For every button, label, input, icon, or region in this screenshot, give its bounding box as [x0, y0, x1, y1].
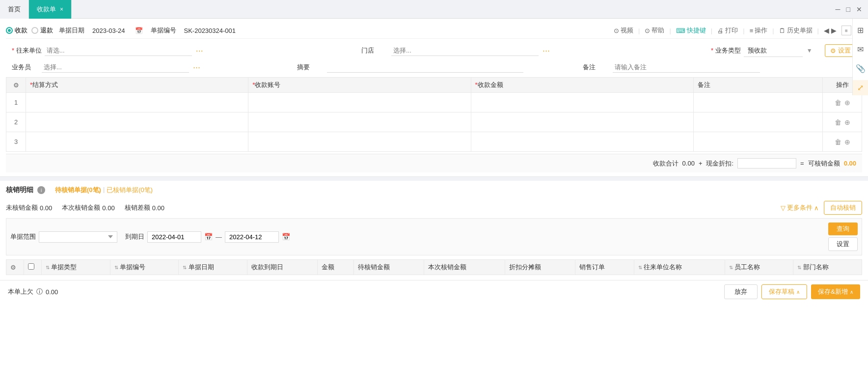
staff-more-btn[interactable]: ···: [193, 62, 200, 73]
mail-sidebar-icon[interactable]: ✉: [857, 42, 864, 57]
doc-label: 单据编号: [151, 26, 176, 35]
detail-table: ⚙ ⇅ 单据类型 ⇅ 单据编号: [6, 259, 862, 275]
delete-row-2-icon[interactable]: 🗑: [835, 118, 841, 126]
discount-input[interactable]: [737, 158, 796, 168]
from-calendar-icon[interactable]: 📅: [204, 233, 213, 241]
account-cell-2[interactable]: [248, 112, 471, 132]
counterpart-label: 往来单位: [12, 46, 42, 55]
refund-radio[interactable]: 退款: [31, 26, 53, 35]
receipt-type-radio: 收款 退款: [6, 26, 53, 35]
due-date-from[interactable]: [147, 231, 201, 243]
query-button[interactable]: 查询: [828, 223, 858, 235]
table-row: 2 🗑 ⊕: [6, 112, 862, 132]
diff-label: 核销差额: [125, 203, 150, 212]
amount-cell-3[interactable]: [471, 132, 693, 152]
col-counterpart: ⇅ 往来单位名称: [634, 260, 725, 275]
next-nav-btn[interactable]: ▶: [831, 27, 837, 34]
counterpart-input[interactable]: [45, 45, 192, 56]
range-select[interactable]: [39, 231, 117, 243]
form-row-2: 业务员 ··· 摘要 备注: [12, 59, 856, 75]
help-icon: ⊙: [645, 27, 650, 34]
receipt-table: ⚙ *结算方式 *收款账号 *收款金额 备注: [6, 77, 862, 152]
expand-sidebar-icon[interactable]: ⤢: [853, 80, 868, 95]
receipt-radio-dot: [6, 27, 13, 34]
help-btn[interactable]: ⊙ 帮助: [645, 26, 664, 35]
store-input[interactable]: [391, 45, 539, 56]
copy-row-2-icon[interactable]: ⊕: [844, 118, 850, 126]
counterpart-more-btn[interactable]: ···: [196, 46, 203, 56]
right-sidebar: ⊞ ✉ 📎 ⤢: [852, 19, 868, 95]
current-label: 本次核销金额: [62, 203, 100, 212]
select-all-checkbox[interactable]: [28, 263, 34, 270]
summary-row: 收款合计 0.00 + 现金折扣: = 可核销金额 0.00: [6, 154, 862, 172]
settings-button[interactable]: ⚙ 设置: [825, 44, 856, 57]
equals-sign: =: [800, 160, 804, 167]
more-conditions-btn[interactable]: ▽ 更多条件 ∧: [781, 203, 819, 212]
refund-radio-dot: [31, 27, 38, 34]
table-row: 3 🗑 ⊕: [6, 132, 862, 152]
copy-row-1-icon[interactable]: ⊕: [844, 99, 850, 107]
summary-input[interactable]: [327, 62, 523, 73]
note-cell-2[interactable]: [693, 112, 822, 132]
save-draft-label: 保存草稿: [769, 287, 794, 296]
shortcut-btn[interactable]: ⌨ 快捷键: [676, 26, 706, 35]
settlement-cell-1[interactable]: [26, 93, 248, 112]
remarks-input[interactable]: [613, 62, 760, 73]
close-button[interactable]: ✕: [856, 5, 862, 13]
operations-btn[interactable]: ≡ 操作: [750, 26, 768, 35]
done-tab[interactable]: 已核销单据(0笔): [107, 186, 153, 195]
delete-row-1-icon[interactable]: 🗑: [835, 99, 841, 107]
tab-receipt-label: 收款单: [37, 5, 56, 14]
remarks-label: 备注: [583, 63, 610, 72]
tab-receipt-close[interactable]: ×: [60, 6, 63, 13]
col-number: ⇅ 单据编号: [110, 260, 179, 275]
settlement-cell-2[interactable]: [26, 112, 248, 132]
note-cell-3[interactable]: [693, 132, 822, 152]
delete-row-3-icon[interactable]: 🗑: [835, 138, 841, 146]
actions-cell-3: 🗑 ⊕: [823, 132, 862, 152]
to-calendar-icon[interactable]: 📅: [282, 233, 290, 241]
date-calendar-icon[interactable]: 📅: [135, 27, 143, 34]
table-settings-icon[interactable]: ⚙: [13, 82, 19, 89]
discard-button[interactable]: 放弃: [724, 284, 758, 299]
col-date: ⇅ 单据日期: [179, 260, 247, 275]
print-btn[interactable]: 🖨 打印: [717, 26, 738, 35]
verification-info-icon[interactable]: i: [37, 186, 45, 194]
account-cell-3[interactable]: [248, 132, 471, 152]
copy-row-3-icon[interactable]: ⊕: [844, 138, 850, 146]
col-order: 销售订单: [575, 260, 634, 275]
amount-cell-2[interactable]: [471, 112, 693, 132]
maximize-button[interactable]: □: [846, 5, 850, 13]
clip-sidebar-icon[interactable]: 📎: [856, 61, 866, 76]
verification-section: 核销明细 i 待核销单据(0笔) | 已核销单据(0笔) 未核销金额 0.00 …: [0, 181, 868, 280]
store-more-btn[interactable]: ···: [542, 46, 550, 56]
amount-cell-1[interactable]: [471, 93, 693, 112]
list-view-btn[interactable]: ≡: [841, 26, 851, 35]
prev-nav-btn[interactable]: ◀: [824, 27, 829, 34]
account-cell-1[interactable]: [248, 93, 471, 112]
save-new-button[interactable]: 保存&新增 ∧: [811, 284, 860, 299]
save-draft-button[interactable]: 保存草稿 ∧: [761, 284, 807, 299]
video-btn[interactable]: ⊙ 视频: [614, 26, 633, 35]
unchecked-amount: 未核销金额 0.00: [6, 203, 52, 212]
filter-settings-button[interactable]: 设置: [828, 237, 858, 251]
biz-type-dropdown-icon[interactable]: ▼: [807, 47, 813, 54]
table-sidebar-icon[interactable]: ⊞: [857, 23, 864, 38]
settlement-cell-3[interactable]: [26, 132, 248, 152]
detail-table-settings-icon[interactable]: ⚙: [10, 264, 16, 271]
settings-label: 设置: [838, 46, 851, 55]
staff-input[interactable]: [42, 62, 189, 73]
due-date-to[interactable]: [225, 231, 279, 243]
minimize-button[interactable]: ─: [836, 5, 841, 13]
tab-home[interactable]: 首页: [0, 0, 29, 19]
note-cell-1[interactable]: [693, 93, 822, 112]
col-header-amount: *收款金额: [471, 78, 693, 93]
receipt-table-wrapper: ⚙ *结算方式 *收款账号 *收款金额 备注: [6, 77, 862, 152]
history-btn[interactable]: 🗒 历史单据: [779, 26, 813, 35]
tab-receipt[interactable]: 收款单 ×: [29, 0, 72, 19]
auto-verify-button[interactable]: 自动核销: [824, 201, 862, 215]
section-divider: [0, 177, 868, 181]
remarks-field: 备注: [571, 62, 856, 73]
pending-tab[interactable]: 待核销单据(0笔): [55, 186, 101, 195]
receipt-radio[interactable]: 收款: [6, 26, 27, 35]
